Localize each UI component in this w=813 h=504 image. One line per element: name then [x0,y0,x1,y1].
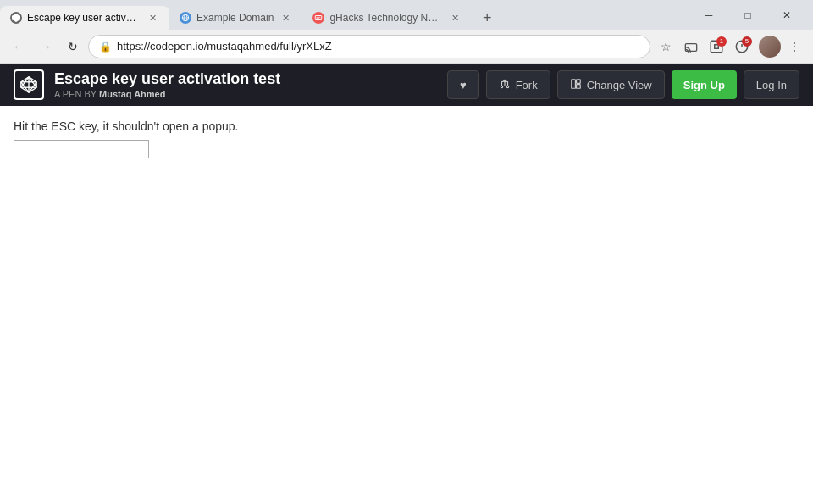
toolbar-right: ☆ 1 5 ⋮ [654,35,806,58]
bookmark-button[interactable]: ☆ [654,35,678,58]
maximize-button[interactable]: □ [728,0,767,30]
login-label: Log In [756,79,787,91]
instruction-text: Hit the ESC key, it shouldn't open a pop… [14,119,799,133]
extension-2-badge: 5 [742,36,752,47]
tab-favicon-2 [180,12,191,24]
svg-rect-7 [316,16,323,20]
login-button[interactable]: Log In [744,70,799,99]
signup-button[interactable]: Sign Up [672,70,737,99]
svg-rect-27 [571,79,575,88]
forward-button[interactable]: → [34,35,58,58]
codepen-logo[interactable] [14,69,44,100]
fork-label: Fork [516,79,538,91]
fork-button[interactable]: Fork [486,70,550,99]
lock-icon: 🔒 [99,41,112,53]
view-icon [570,78,582,92]
svg-rect-29 [576,84,580,88]
tab-close-2[interactable]: ✕ [279,11,292,25]
browser-title-bar: Escape key user activation test ✕ Exampl… [0,0,813,30]
tab-favicon-1 [10,12,22,24]
menu-button[interactable]: ⋮ [783,35,806,58]
change-view-button[interactable]: Change View [557,70,665,99]
heart-icon: ♥ [460,79,467,91]
tab-favicon-3 [312,12,324,24]
extension-2-button[interactable]: 5 [730,35,754,58]
signup-label: Sign Up [683,79,725,91]
fork-icon [499,78,511,92]
view-label: Change View [587,79,652,91]
pen-by-label: A PEN BY [54,89,97,99]
close-button[interactable]: ✕ [767,0,806,30]
refresh-button[interactable]: ↻ [61,35,85,58]
escape-test-input[interactable] [14,140,149,158]
back-button[interactable]: ← [7,35,30,58]
extension-1-button[interactable]: 1 [705,35,728,58]
codepen-header: Escape key user activation test A PEN BY… [0,64,813,106]
svg-rect-28 [576,79,580,83]
pen-title: Escape key user activation test [54,70,437,89]
codepen-actions: ♥ Fork Change View Sign Up Log In [447,70,799,99]
minimize-button[interactable]: ─ [689,0,728,30]
svg-point-24 [506,86,508,87]
tab-2[interactable]: Example Domain ✕ [169,6,302,30]
extension-1-badge: 1 [716,36,727,47]
pen-subtitle: A PEN BY Mustaq Ahmed [54,89,437,99]
url-bar[interactable]: 🔒 https://codepen.io/mustaqahmed/full/yr… [88,35,650,58]
tab-title-3: gHacks Technology News [329,12,443,24]
tab-active[interactable]: Escape key user activation test ✕ [0,6,169,30]
new-tab-button[interactable]: + [475,6,499,30]
tab-3[interactable]: gHacks Technology News ✕ [302,6,472,30]
pen-author[interactable]: Mustaq Ahmed [99,89,165,99]
tab-title-2: Example Domain [196,12,274,24]
avatar[interactable] [759,36,781,58]
tab-close-3[interactable]: ✕ [448,11,462,25]
cast-button[interactable] [679,35,703,58]
url-text: https://codepen.io/mustaqahmed/full/yrXL… [117,40,639,53]
tab-title-1: Escape key user activation test [27,12,141,24]
svg-point-23 [501,86,502,87]
pen-title-block: Escape key user activation test A PEN BY… [54,70,437,99]
window-controls: ─ □ ✕ [683,0,813,30]
content-area: Hit the ESC key, it shouldn't open a pop… [0,106,813,445]
heart-button[interactable]: ♥ [447,70,479,99]
address-bar: ← → ↻ 🔒 https://codepen.io/mustaqahmed/f… [0,30,813,64]
tab-close-1[interactable]: ✕ [146,11,159,25]
